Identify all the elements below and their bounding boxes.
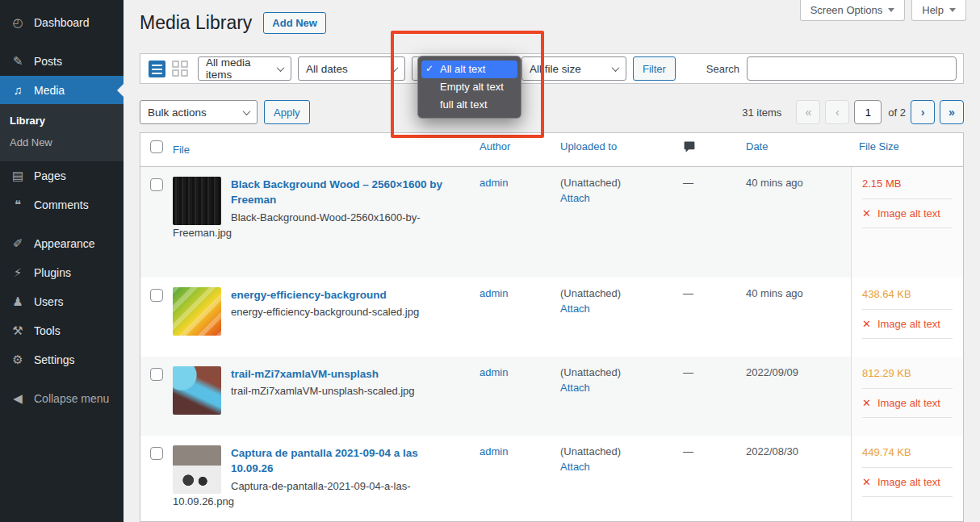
sidebar-item-label: Plugins (34, 266, 71, 279)
media-title-link[interactable]: Black Background Wood – 2560×1600 by Fre… (231, 177, 455, 208)
sidebar-item-pages[interactable]: ▤ Pages (0, 161, 124, 190)
uploaded-to-cell: (Unattached) Attach (552, 357, 675, 436)
comment-bubble-icon[interactable] (675, 133, 738, 166)
attach-link[interactable]: Attach (560, 303, 590, 315)
filter-button[interactable]: Filter (633, 56, 676, 81)
author-cell: admin (471, 278, 552, 357)
submenu-item-library[interactable]: Library (0, 110, 124, 132)
header-checkbox-cell (140, 133, 171, 166)
help-button[interactable]: Help (911, 0, 966, 21)
sidebar-item-settings[interactable]: ⚙ Settings (0, 345, 124, 374)
row-checkbox[interactable] (150, 178, 163, 191)
alt-status-label: Image alt text (877, 207, 940, 219)
row-checkbox[interactable] (150, 289, 163, 302)
row-checkbox[interactable] (150, 447, 163, 460)
select-all-checkbox[interactable] (150, 140, 163, 153)
sidebar-item-plugins[interactable]: ⚡ Plugins (0, 258, 124, 287)
missing-alt-x-icon: ✕ (862, 318, 871, 330)
pages-icon: ▤ (10, 169, 26, 183)
author-link[interactable]: admin (480, 287, 508, 299)
header-uploaded-to[interactable]: Uploaded to (552, 133, 675, 166)
sidebar-item-appearance[interactable]: ✐ Appearance (0, 229, 124, 258)
apply-button[interactable]: Apply (264, 100, 310, 124)
screen-options-button[interactable]: Screen Options (800, 0, 906, 21)
missing-alt-x-icon: ✕ (862, 476, 871, 488)
file-size-cell: 812.29 KB ✕ Image alt text (851, 357, 963, 436)
header-author[interactable]: Author (471, 133, 552, 166)
file-size-select[interactable]: All file size (521, 56, 626, 81)
media-title-link[interactable]: trail-mZi7xamlaVM-unsplash (231, 366, 455, 382)
author-link[interactable]: admin (480, 366, 508, 378)
sidebar-item-tools[interactable]: ⚒ Tools (0, 316, 124, 345)
next-page-button[interactable]: › (911, 100, 935, 124)
comments-cell: — (675, 167, 738, 278)
dropdown-option[interactable]: Empty alt text (421, 78, 517, 96)
chevron-down-icon (612, 64, 620, 72)
media-row: Black Background Wood – 2560×1600 by Fre… (140, 167, 963, 278)
media-thumbnail[interactable] (173, 177, 221, 225)
grid-cell (181, 69, 188, 77)
date-filter-value: All dates (306, 63, 348, 75)
alt-status-label: Image alt text (877, 476, 940, 488)
page-header: Media Library Add New (140, 12, 326, 34)
current-page-input[interactable] (854, 100, 882, 124)
sidebar-item-users[interactable]: ♟ Users (0, 287, 124, 316)
sidebar-item-comments[interactable]: ❝ Comments (0, 190, 124, 219)
alt-status-label: Image alt text (877, 318, 940, 330)
sidebar-item-dashboard[interactable]: ◴ Dashboard (0, 8, 124, 37)
grid-view-icon[interactable] (172, 61, 188, 77)
prev-page-button[interactable]: ‹ (825, 100, 849, 124)
media-thumbnail[interactable] (173, 287, 221, 336)
dropdown-option[interactable]: ✓ All alt text (421, 61, 517, 78)
sidebar-item-collapse-menu[interactable]: ◀ Collapse menu (0, 384, 124, 413)
top-panels: Screen Options Help (800, 0, 966, 21)
attach-link[interactable]: Attach (560, 192, 590, 204)
sidebar-item-label: Tools (34, 324, 61, 337)
attach-link[interactable]: Attach (560, 382, 590, 394)
first-page-button[interactable]: « (796, 100, 820, 124)
sidebar-item-label: Comments (34, 198, 89, 211)
filter-bar: All media items All dates All file size … (140, 53, 964, 84)
media-type-select[interactable]: All media items (198, 56, 291, 81)
file-cell: Captura de pantalla 2021-09-04 a las 10.… (171, 436, 471, 522)
sidebar-item-label: Dashboard (34, 16, 90, 29)
missing-alt-x-icon: ✕ (862, 397, 871, 409)
header-file-size[interactable]: File Size (851, 133, 963, 166)
sidebar-item-label: Pages (34, 169, 66, 182)
file-size-value: 2.15 MB (862, 167, 953, 199)
media-title-link[interactable]: energy-efficiency-background (231, 287, 455, 303)
alt-text-status: ✕ Image alt text (862, 199, 953, 228)
uploaded-to-cell: (Unattached) Attach (552, 278, 675, 357)
author-link[interactable]: admin (480, 177, 508, 189)
dropdown-option-label: full alt text (440, 98, 488, 111)
list-view-icon[interactable] (149, 61, 165, 77)
sidebar-item-label: Posts (34, 55, 62, 68)
file-size-cell: 438.64 KB ✕ Image alt text (851, 278, 963, 357)
author-link[interactable]: admin (480, 445, 508, 457)
media-row: energy-efficiency-background energy-effi… (140, 278, 963, 357)
last-page-button[interactable]: » (940, 100, 964, 124)
date-filter-select[interactable]: All dates (298, 56, 405, 81)
unattached-label: (Unattached) (560, 366, 667, 378)
attach-link[interactable]: Attach (560, 461, 590, 473)
author-cell: admin (471, 357, 552, 436)
submenu-item-add-new[interactable]: Add New (0, 132, 124, 153)
bulk-actions-select[interactable]: Bulk actions (140, 100, 258, 124)
sidebar-item-media[interactable]: ♫ Media (0, 76, 124, 104)
media-title-link[interactable]: Captura de pantalla 2021-09-04 a las 10.… (231, 445, 455, 477)
dashboard-icon: ◴ (10, 15, 26, 30)
row-checkbox[interactable] (150, 368, 163, 381)
media-thumbnail[interactable] (173, 445, 221, 494)
search-input[interactable] (747, 56, 957, 81)
header-date[interactable]: Date (738, 133, 851, 166)
date-cell: 2022/08/30 (738, 436, 851, 522)
media-thumbnail[interactable] (173, 366, 221, 415)
unattached-label: (Unattached) (560, 445, 667, 457)
add-new-button[interactable]: Add New (263, 12, 326, 34)
dropdown-option[interactable]: full alt text (421, 96, 517, 114)
header-file[interactable]: File (171, 133, 471, 166)
items-count: 31 items (742, 106, 781, 119)
dropdown-option-label: All alt text (440, 62, 485, 76)
table-body: Black Background Wood – 2560×1600 by Fre… (140, 167, 963, 522)
sidebar-item-posts[interactable]: ✎ Posts (0, 47, 124, 76)
